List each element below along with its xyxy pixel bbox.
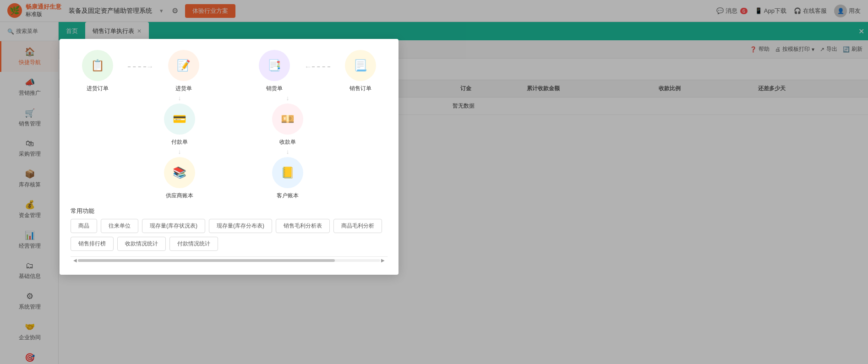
purchase-bill-label: 进货单 [175,85,192,92]
func-btn-payment-stat[interactable]: 付款情况统计 [169,237,218,251]
sales-bill-circle: 📑 [259,50,290,81]
func-btn-sales-rank[interactable]: 销售排行榜 [71,237,114,251]
func-buttons-row1: 商品 往来单位 现存量(库存状况表) 现存量(库存分布表) 销售毛利分析表 商品… [71,219,388,233]
modal-overlay[interactable]: 📋 进货订单 → 📝 进货单 [0,0,868,364]
scroll-indicator: ◀ ▶ [71,256,388,264]
flow-item-purchase-bill[interactable]: 📝 进货单 [161,50,207,92]
scroll-thumb [78,259,335,262]
sales-order-circle: 📃 [345,50,376,81]
customer-ledger-label: 客户账本 [277,192,299,200]
payment-label: 付款单 [171,138,188,146]
scroll-right-icon[interactable]: ▶ [380,258,386,263]
func-buttons-row2: 销售排行榜 收款情况统计 付款情况统计 [71,237,388,251]
sales-order-icon: 📃 [354,59,367,72]
scroll-track[interactable] [78,259,380,262]
func-btn-sales-profit[interactable]: 销售毛利分析表 [276,219,330,233]
scroll-left-icon[interactable]: ◀ [72,258,78,263]
flow-item-supplier-ledger[interactable]: 📚 供应商账本 [157,157,202,200]
flow-item-payment[interactable]: 💳 付款单 [157,103,202,146]
supplier-ledger-icon: 📚 [173,166,186,179]
func-btn-partner[interactable]: 往来单位 [101,219,138,233]
receipt-label: 收款单 [279,138,296,146]
func-btn-product-profit[interactable]: 商品毛利分析 [333,219,382,233]
payment-circle: 💳 [164,103,195,135]
flow-item-sales-bill[interactable]: 📑 销货单 [251,50,297,92]
quick-guide-modal: 📋 进货订单 → 📝 进货单 [60,39,399,275]
flow-item-sales-order[interactable]: 📃 销售订单 [338,50,383,92]
func-btn-product[interactable]: 商品 [71,219,97,233]
func-btn-stock-status[interactable]: 现存量(库存状况表) [142,219,205,233]
purchase-order-circle: 📋 [82,50,113,81]
payment-icon: 💳 [173,113,186,125]
common-functions-title: 常用功能 [71,207,388,215]
flow-item-purchase-order[interactable]: 📋 进货订单 [75,50,120,92]
purchase-bill-icon: 📝 [177,59,191,72]
customer-ledger-icon: 📒 [281,166,295,179]
sales-bill-label: 销货单 [266,85,283,92]
supplier-ledger-label: 供应商账本 [166,192,193,200]
func-btn-stock-dist[interactable]: 现存量(库存分布表) [209,219,272,233]
purchase-bill-circle: 📝 [168,50,199,81]
sales-order-label: 销售订单 [349,85,371,92]
receipt-circle: 💴 [272,103,303,135]
flow-section: 📋 进货订单 → 📝 进货单 [71,50,388,200]
common-functions: 常用功能 商品 往来单位 现存量(库存状况表) 现存量(库存分布表) 销售毛利分… [71,207,388,251]
sales-bill-icon: 📑 [267,59,281,72]
supplier-ledger-circle: 📚 [164,157,195,188]
func-btn-receipt-stat[interactable]: 收款情况统计 [117,237,166,251]
receipt-icon: 💴 [281,113,295,125]
flow-item-customer-ledger[interactable]: 📒 客户账本 [265,157,311,200]
customer-ledger-circle: 📒 [272,157,303,188]
purchase-order-label: 进货订单 [87,85,109,92]
flow-item-receipt[interactable]: 💴 收款单 [265,103,311,146]
purchase-order-icon: 📋 [91,59,104,72]
